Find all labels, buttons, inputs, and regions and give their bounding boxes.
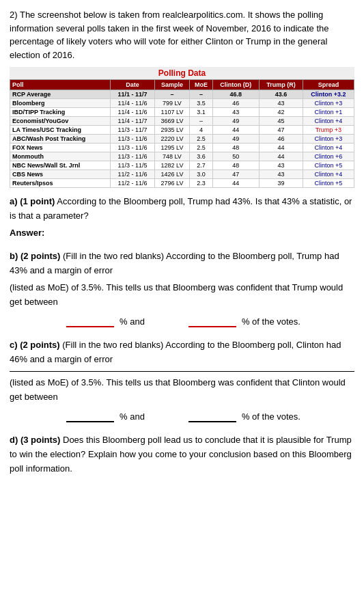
- cell-poll: LA Times/USC Tracking: [10, 126, 111, 135]
- q-a-answer-label: Answer:: [10, 226, 354, 241]
- cell-poll: Reuters/Ipsos: [10, 179, 111, 188]
- cell-clinton: 46: [212, 99, 259, 108]
- cell-trump: 43: [259, 170, 303, 179]
- cell-date: 11/4 - 11/6: [111, 108, 155, 117]
- cell-trump: 46: [259, 135, 303, 144]
- q-b-pct-and: % and: [120, 315, 145, 329]
- q-c-blank1[interactable]: [66, 411, 114, 422]
- cell-clinton: 44: [212, 126, 259, 135]
- table-row: Bloomberg 11/4 - 11/6 799 LV 3.5 46 43 C…: [10, 99, 354, 108]
- cell-poll: IBD/TIPP Tracking: [10, 108, 111, 117]
- cell-moe: 2.3: [190, 179, 213, 188]
- q-a-label: a) (1 point): [10, 196, 55, 206]
- q-b-blanks: % and % of the votes.: [10, 315, 354, 329]
- cell-clinton: 48: [212, 144, 259, 152]
- cell-spread: Clinton +3.2: [303, 90, 354, 99]
- table-row: FOX News 11/3 - 11/6 1295 LV 2.5 48 44 C…: [10, 144, 354, 152]
- q-b-blank1-unit: % and: [64, 315, 145, 329]
- cell-sample: 748 LV: [154, 152, 189, 161]
- table-row: ABC/Wash Post Tracking 11/3 - 11/6 2220 …: [10, 135, 354, 144]
- cell-spread: Clinton +1: [303, 108, 354, 117]
- q-a-text: According to the Bloomberg poll, Trump h…: [10, 196, 352, 221]
- question-c: c) (2 points) (Fill in the two red blank…: [10, 338, 354, 424]
- cell-spread: Clinton +4: [303, 170, 354, 179]
- cell-spread: Clinton +4: [303, 117, 354, 126]
- cell-trump: 47: [259, 126, 303, 135]
- cell-clinton: 44: [212, 179, 259, 188]
- cell-date: 11/3 - 11/7: [111, 126, 155, 135]
- cell-trump: 43: [259, 99, 303, 108]
- cell-date: 11/4 - 11/6: [111, 99, 155, 108]
- table-title: Polling Data: [10, 67, 354, 79]
- cell-poll: Bloomberg: [10, 99, 111, 108]
- cell-clinton: 43: [212, 108, 259, 117]
- cell-sample: 2796 LV: [154, 179, 189, 188]
- table-row: Reuters/Ipsos 11/2 - 11/6 2796 LV 2.3 44…: [10, 179, 354, 188]
- question-a: a) (1 point) According to the Bloomberg …: [10, 195, 354, 240]
- q-c-pct-votes: % of the votes.: [242, 410, 300, 424]
- question-d: d) (3 points) Does this Bloomberg poll l…: [10, 433, 354, 476]
- cell-spread: Clinton +5: [303, 161, 354, 170]
- cell-moe: 2.7: [190, 161, 213, 170]
- cell-sample: 1107 LV: [154, 108, 189, 117]
- cell-moe: 3.1: [190, 108, 213, 117]
- cell-trump: 43: [259, 161, 303, 170]
- table-row: Economist/YouGov 11/4 - 11/7 3669 LV – 4…: [10, 117, 354, 126]
- cell-spread: Clinton +5: [303, 179, 354, 188]
- q-c-underline1: [10, 371, 354, 372]
- q-c-text: (Fill in the two red blanks) According t…: [10, 340, 341, 364]
- table-row: IBD/TIPP Tracking 11/4 - 11/6 1107 LV 3.…: [10, 108, 354, 117]
- cell-clinton: 48: [212, 161, 259, 170]
- table-row: CBS News 11/2 - 11/6 1426 LV 3.0 47 43 C…: [10, 170, 354, 179]
- cell-clinton: 47: [212, 170, 259, 179]
- q-b-label: b) (2 points): [10, 251, 60, 261]
- cell-poll: CBS News: [10, 170, 111, 179]
- q-b-pct-votes: % of the votes.: [242, 315, 300, 329]
- q-b-blank1[interactable]: [66, 316, 114, 327]
- q-c-label: c) (2 points): [10, 340, 60, 350]
- cell-date: 11/1 - 11/7: [111, 90, 155, 99]
- cell-poll: ABC/Wash Post Tracking: [10, 135, 111, 144]
- cell-trump: 44: [259, 144, 303, 152]
- cell-sample: 799 LV: [154, 99, 189, 108]
- cell-date: 11/2 - 11/6: [111, 170, 155, 179]
- col-date: Date: [111, 80, 155, 90]
- cell-moe: 2.5: [190, 144, 213, 152]
- question-b: b) (2 points) (Fill in the two red blank…: [10, 249, 354, 329]
- cell-sample: 2935 LV: [154, 126, 189, 135]
- col-spread: Spread: [303, 80, 354, 90]
- col-trump: Trump (R): [259, 80, 303, 90]
- cell-moe: –: [190, 90, 213, 99]
- cell-trump: 45: [259, 117, 303, 126]
- cell-sample: 2220 LV: [154, 135, 189, 144]
- cell-poll: RCP Average: [10, 90, 111, 99]
- cell-date: 11/3 - 11/6: [111, 144, 155, 152]
- cell-trump: 42: [259, 108, 303, 117]
- q-d-text: Does this Bloomberg poll lead us to conc…: [10, 435, 352, 474]
- cell-clinton: 49: [212, 135, 259, 144]
- q-b-blank2[interactable]: [188, 316, 236, 327]
- cell-sample: 3669 LV: [154, 117, 189, 126]
- table-row: Monmouth 11/3 - 11/6 748 LV 3.6 50 44 Cl…: [10, 152, 354, 161]
- cell-moe: –: [190, 117, 213, 126]
- cell-clinton: 50: [212, 152, 259, 161]
- cell-trump: 39: [259, 179, 303, 188]
- cell-trump: 44: [259, 152, 303, 161]
- cell-date: 11/3 - 11/5: [111, 161, 155, 170]
- q-c-blank2[interactable]: [188, 411, 236, 422]
- q-c-blanks: % and % of the votes.: [10, 410, 354, 424]
- table-row: NBC News/Wall St. Jrnl 11/3 - 11/5 1282 …: [10, 161, 354, 170]
- cell-sample: 1282 LV: [154, 161, 189, 170]
- col-moe: MoE: [190, 80, 213, 90]
- col-poll: Poll: [10, 80, 111, 90]
- intro-text: 2) The screenshot below is taken from re…: [10, 8, 354, 62]
- cell-spread: Clinton +6: [303, 152, 354, 161]
- cell-poll: NBC News/Wall St. Jrnl: [10, 161, 111, 170]
- q-c-blank2-unit: % of the votes.: [186, 410, 300, 424]
- table-row: LA Times/USC Tracking 11/3 - 11/7 2935 L…: [10, 126, 354, 135]
- cell-date: 11/4 - 11/7: [111, 117, 155, 126]
- cell-clinton: 46.8: [212, 90, 259, 99]
- table-row-rcp: RCP Average 11/1 - 11/7 – – 46.8 43.6 Cl…: [10, 90, 354, 99]
- cell-clinton: 49: [212, 117, 259, 126]
- cell-date: 11/2 - 11/6: [111, 179, 155, 188]
